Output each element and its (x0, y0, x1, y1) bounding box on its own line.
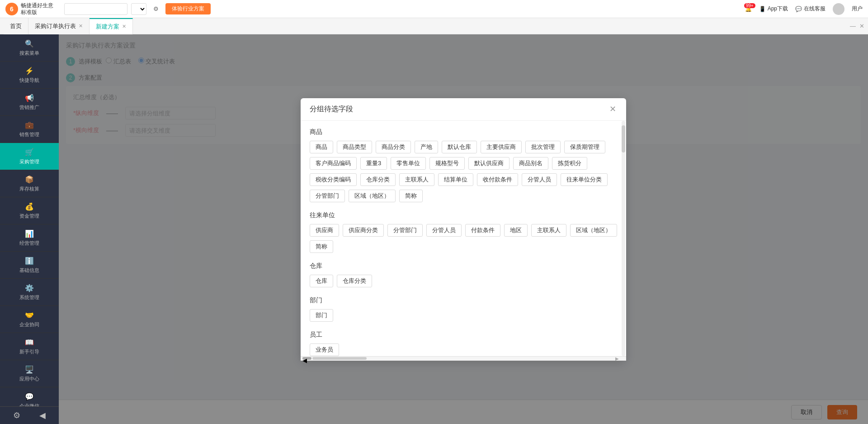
field-tag-abbr-cp[interactable]: 简称 (310, 240, 333, 253)
field-tags-counterpart: 供应商 供应商分类 分管部门 分管人员 付款条件 地区 主联系人 区域（地区） … (310, 224, 617, 253)
field-tag-product-category[interactable]: 商品分类 (376, 141, 411, 153)
sidebar-item-purchase[interactable]: 🛒 采购管理 (0, 143, 59, 170)
app-download-item[interactable]: 📱 App下载 (759, 5, 788, 13)
sidebar-item-system-label: 系统管理 (19, 294, 39, 301)
header-right: 🔔 99+ 📱 App下载 💬 在线客服 用户 (745, 3, 863, 15)
field-tag-area[interactable]: 地区 (504, 224, 528, 237)
modal-body[interactable]: 商品 商品 商品类型 商品分类 产地 默认仓库 主要供应商 批次管理 保质期管理… (301, 121, 626, 357)
modal-close-button[interactable]: ✕ (608, 105, 617, 114)
tab-home[interactable]: 首页 (4, 18, 28, 34)
search-input[interactable] (64, 3, 127, 15)
tab-close-all-icon[interactable]: ✕ (859, 23, 864, 29)
sidebar-collapse-icon[interactable]: ◀ (39, 410, 46, 420)
field-tag-contact[interactable]: 主联系人 (531, 224, 566, 237)
search-icon: 🔍 (25, 39, 34, 48)
field-tag-retail-unit[interactable]: 零售单位 (391, 157, 426, 170)
sidebar-item-operation-label: 经营管理 (19, 240, 39, 247)
sales-icon: 💼 (25, 120, 34, 129)
field-tag-supervisor[interactable]: 分管人员 (522, 173, 557, 186)
field-tag-main-supplier[interactable]: 主要供应商 (481, 141, 522, 153)
field-tag-spec-model[interactable]: 规格型号 (429, 157, 465, 170)
nav-bell-item[interactable]: 🔔 99+ (745, 6, 752, 12)
gear-icon[interactable]: ⚙ (150, 3, 162, 15)
field-tag-counterpart-cat[interactable]: 往来单位分类 (561, 173, 608, 186)
modal-scrollbar-thumb[interactable] (622, 125, 625, 152)
field-tag-dept-mgmt[interactable]: 分管部门 (310, 190, 345, 202)
sidebar-item-search-label: 搜索菜单 (19, 50, 39, 57)
field-selector-modal: 分组待选字段 ✕ 商品 商品 商品类型 商品分类 产地 默认仓库 (301, 98, 626, 361)
sidebar-item-guide[interactable]: 📖 新手引导 (0, 333, 59, 360)
field-tag-warehouse-cat2[interactable]: 仓库分类 (337, 275, 372, 287)
field-tag-batch-mgmt[interactable]: 批次管理 (525, 141, 561, 153)
tab-new-plan-label: 新建方案 (96, 23, 119, 31)
field-group-warehouse: 仓库 仓库 仓库分类 (310, 262, 617, 287)
field-tag-pay-terms[interactable]: 付款条件 (465, 224, 500, 237)
sidebar-item-finance-label: 资金管理 (19, 213, 39, 219)
finance-icon: 💰 (25, 202, 34, 211)
sidebar-item-system[interactable]: ⚙️ 系统管理 (0, 279, 59, 306)
online-service-item[interactable]: 💬 在线客服 (795, 5, 826, 13)
collab-icon: 🤝 (25, 310, 34, 319)
field-tag-default-supplier[interactable]: 默认供应商 (468, 157, 509, 170)
sidebar-item-search[interactable]: 🔍 搜索菜单 (0, 34, 59, 62)
field-tag-product[interactable]: 商品 (310, 141, 333, 153)
sidebar-item-operation[interactable]: 📊 经营管理 (0, 224, 59, 252)
field-tag-tax-code[interactable]: 税收分类编码 (310, 173, 357, 186)
header-dropdown[interactable] (131, 3, 146, 15)
field-group-staff-title: 员工 (310, 331, 617, 339)
logo-area: 6 畅捷通好生意 标准版 (5, 2, 64, 15)
field-tag-main-contact[interactable]: 主联系人 (399, 173, 434, 186)
modal-hscroll: ◀ ▶ (301, 356, 626, 360)
sidebar-item-collab[interactable]: 🤝 企业协同 (0, 306, 59, 333)
field-tag-dept[interactable]: 分管部门 (387, 224, 423, 237)
try-plan-button[interactable]: 体验行业方案 (165, 3, 211, 14)
field-tag-region-cp[interactable]: 区域（地区） (570, 224, 617, 237)
sidebar-item-guide-label: 新手引导 (19, 348, 39, 355)
field-group-staff: 员工 业务员 (310, 331, 617, 356)
field-tag-warehouse-cat[interactable]: 仓库分类 (360, 173, 396, 186)
field-tag-salesperson[interactable]: 业务员 (310, 343, 339, 356)
field-tag-warehouse[interactable]: 仓库 (310, 275, 333, 287)
hscroll-bar[interactable] (312, 357, 367, 360)
sidebar-item-quick[interactable]: ⚡ 快捷导航 (0, 62, 59, 89)
field-tag-dept2[interactable]: 部门 (310, 309, 333, 322)
tab-purchase-exec[interactable]: 采购订单执行表 ✕ (28, 18, 90, 34)
field-tag-customer-code[interactable]: 客户商品编码 (310, 157, 357, 170)
field-tag-supplier-cat[interactable]: 供应商分类 (343, 224, 384, 237)
sidebar: 🔍 搜索菜单 ⚡ 快捷导航 📢 营销推广 💼 销售管理 🛒 采购管理 📦 库存核… (0, 34, 59, 424)
field-tag-origin[interactable]: 产地 (415, 141, 438, 153)
wechat-icon: 💬 (25, 392, 34, 401)
hscroll-right-arrow[interactable]: ▶ (615, 357, 624, 360)
marketing-icon: 📢 (25, 93, 34, 102)
sidebar-item-quick-label: 快捷导航 (19, 77, 39, 84)
field-tag-pick-score[interactable]: 拣货积分 (552, 157, 587, 170)
field-tag-settle-unit[interactable]: 结算单位 (438, 173, 473, 186)
sidebar-item-appcenter[interactable]: 🖥️ 应用中心 (0, 360, 59, 387)
field-tag-person[interactable]: 分管人员 (426, 224, 462, 237)
field-tag-region-product[interactable]: 区域（地区） (349, 190, 396, 202)
field-tag-payment-terms[interactable]: 收付款条件 (477, 173, 518, 186)
avatar[interactable] (833, 3, 844, 15)
sidebar-settings-icon[interactable]: ⚙ (13, 410, 20, 420)
field-tag-weight[interactable]: 重量3 (360, 157, 387, 170)
sidebar-item-sales[interactable]: 💼 销售管理 (0, 116, 59, 143)
tab-minimize-icon[interactable]: — (850, 23, 856, 29)
sidebar-item-finance[interactable]: 💰 资金管理 (0, 197, 59, 224)
hscroll-left-arrow[interactable]: ◀ (302, 357, 311, 360)
sidebar-item-inventory[interactable]: 📦 库存核算 (0, 170, 59, 197)
sidebar-item-basic[interactable]: ℹ️ 基础信息 (0, 252, 59, 279)
field-tag-abbr-product[interactable]: 简称 (399, 190, 423, 202)
field-tag-default-warehouse[interactable]: 默认仓库 (442, 141, 477, 153)
field-tag-product-type[interactable]: 商品类型 (337, 141, 372, 153)
sidebar-item-marketing[interactable]: 📢 营销推广 (0, 89, 59, 116)
field-group-dept: 部门 部门 (310, 296, 617, 322)
logo-text: 畅捷通好生意 标准版 (21, 2, 53, 15)
field-tag-expire-mgmt[interactable]: 保质期管理 (564, 141, 605, 153)
field-group-dept-title: 部门 (310, 296, 617, 305)
tab-new-plan-close-icon[interactable]: ✕ (122, 24, 126, 29)
top-header: 6 畅捷通好生意 标准版 ⚙ 体验行业方案 🔔 99+ 📱 App下载 💬 在线… (0, 0, 868, 18)
field-tag-supplier[interactable]: 供应商 (310, 224, 339, 237)
tab-purchase-close-icon[interactable]: ✕ (79, 23, 83, 29)
field-tag-product-alias[interactable]: 商品别名 (513, 157, 548, 170)
tab-new-plan[interactable]: 新建方案 ✕ (90, 18, 133, 34)
